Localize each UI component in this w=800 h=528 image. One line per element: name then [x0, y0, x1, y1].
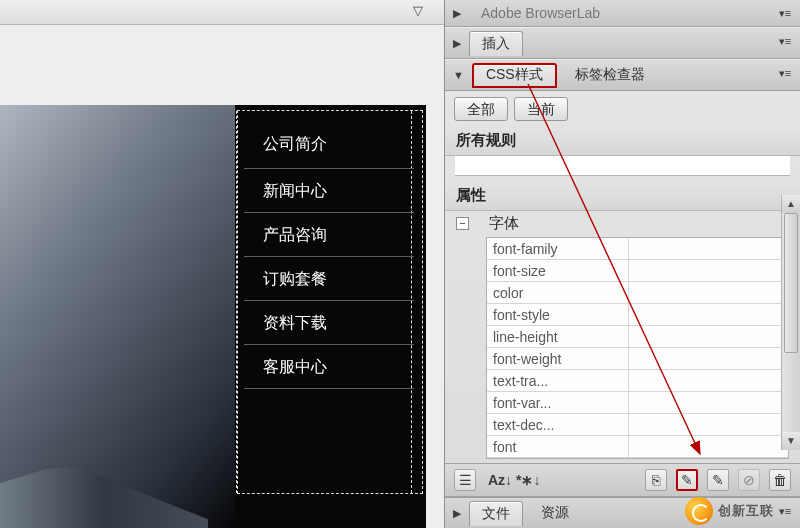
design-canvas[interactable]: 公司简介 新闻中心 产品咨询 订购套餐 资料下载 客服中心	[0, 105, 426, 528]
nav-item[interactable]: 客服中心	[238, 345, 422, 389]
rules-list[interactable]	[455, 156, 790, 176]
watermark-icon	[685, 497, 713, 525]
nav-item[interactable]: 产品咨询	[238, 213, 422, 257]
current-button[interactable]: 当前	[514, 97, 568, 121]
rules-header: 所有规则	[445, 127, 800, 156]
property-row[interactable]: font-family	[487, 238, 788, 260]
props-header: 属性	[445, 182, 800, 211]
nav-item[interactable]: 订购套餐	[238, 257, 422, 301]
prop-key: text-dec...	[487, 414, 629, 435]
minus-icon[interactable]: −	[456, 217, 469, 230]
property-list[interactable]: font-family font-size color font-style l…	[486, 237, 789, 459]
nav-item-label: 产品咨询	[263, 226, 327, 243]
panel-insert[interactable]: ▶ 插入 ▾≡	[445, 27, 800, 59]
scroll-thumb[interactable]	[784, 213, 798, 353]
nav-item-label: 资料下载	[263, 314, 327, 331]
property-row[interactable]: text-tra...	[487, 370, 788, 392]
expand-icon: ▶	[453, 37, 463, 50]
all-button[interactable]: 全部	[454, 97, 508, 121]
tab-css-styles[interactable]: CSS样式	[472, 63, 557, 88]
nav-item[interactable]: 资料下载	[238, 301, 422, 345]
panel-tab[interactable]: 插入	[469, 31, 523, 56]
expand-icon: ▶	[453, 7, 463, 20]
tab-files[interactable]: 文件	[469, 501, 523, 526]
panel-menu-icon[interactable]: ▾≡	[776, 7, 794, 21]
photo-placeholder	[0, 105, 235, 528]
prop-key: font-style	[487, 304, 629, 325]
panel-menu-icon[interactable]: ▾≡	[776, 67, 794, 81]
prop-key: font-var...	[487, 392, 629, 413]
prop-key: color	[487, 282, 629, 303]
property-row[interactable]: font-weight	[487, 348, 788, 370]
tab-tag-inspector[interactable]: 标签检查器	[563, 63, 657, 88]
new-css-rule-icon[interactable]: ✎	[676, 469, 698, 491]
nav-item[interactable]: 新闻中心	[238, 169, 422, 213]
watermark-text: 创新互联	[718, 502, 774, 520]
css-panel-footer: ☰ Az↓ *∗↓ ⎘ ✎ ✎ ⊘ 🗑	[445, 463, 800, 497]
trash-icon[interactable]: 🗑	[769, 469, 791, 491]
nav-item[interactable]: 公司简介	[238, 111, 422, 169]
property-row[interactable]: line-height	[487, 326, 788, 348]
vertical-scrollbar[interactable]: ▲ ▼	[781, 195, 800, 450]
panel-title: Adobe BrowserLab	[469, 1, 612, 26]
prop-key: font	[487, 436, 629, 457]
sort-label[interactable]: Az↓ *∗↓	[485, 472, 543, 488]
property-row[interactable]: text-dec...	[487, 414, 788, 436]
css-mode-row: 全部 当前	[445, 91, 800, 127]
prop-key: font-family	[487, 238, 629, 259]
collapse-icon: ▼	[453, 69, 466, 81]
property-row[interactable]: font-style	[487, 304, 788, 326]
scroll-down-icon[interactable]: ▼	[782, 432, 800, 450]
nav-item-label: 新闻中心	[263, 182, 327, 199]
list-view-icon[interactable]: ☰	[454, 469, 476, 491]
filter-icon[interactable]: ▽	[411, 4, 425, 18]
edit-icon[interactable]: ✎	[707, 469, 729, 491]
prop-key: text-tra...	[487, 370, 629, 391]
link-css-icon[interactable]: ⎘	[645, 469, 667, 491]
prop-key: font-size	[487, 260, 629, 281]
nav-item-label: 订购套餐	[263, 270, 327, 287]
panel-css-styles[interactable]: ▼ CSS样式 标签检查器 ▾≡	[445, 59, 800, 91]
document-toolbar: ▽	[0, 0, 444, 25]
property-row[interactable]: color	[487, 282, 788, 304]
prop-key: font-weight	[487, 348, 629, 369]
nav-item-label: 公司简介	[263, 135, 327, 152]
property-row[interactable]: font	[487, 436, 788, 458]
disable-icon[interactable]: ⊘	[738, 469, 760, 491]
property-row[interactable]: font-var...	[487, 392, 788, 414]
panel-menu-icon[interactable]: ▾≡	[776, 35, 794, 49]
prop-key: line-height	[487, 326, 629, 347]
property-row[interactable]: font-size	[487, 260, 788, 282]
panels-area: ▶ Adobe BrowserLab ▾≡ ▶ 插入 ▾≡ ▼ CSS样式 标签…	[444, 0, 800, 528]
font-tree-label: 字体	[477, 214, 519, 233]
document-area: ▽ 公司简介 新闻中心 产品咨询 订购套餐 资料下载 客服中心	[0, 0, 444, 528]
scroll-up-icon[interactable]: ▲	[782, 195, 800, 213]
tab-assets[interactable]: 资源	[529, 501, 581, 526]
panel-browserlab[interactable]: ▶ Adobe BrowserLab ▾≡	[445, 0, 800, 27]
watermark: 创新互联	[685, 497, 795, 525]
nav-menu-box[interactable]: 公司简介 新闻中心 产品咨询 订购套餐 资料下载 客服中心	[237, 110, 423, 494]
expand-icon: ▶	[453, 507, 463, 520]
font-tree-header[interactable]: − 字体	[456, 211, 789, 235]
nav-item-label: 客服中心	[263, 358, 327, 375]
